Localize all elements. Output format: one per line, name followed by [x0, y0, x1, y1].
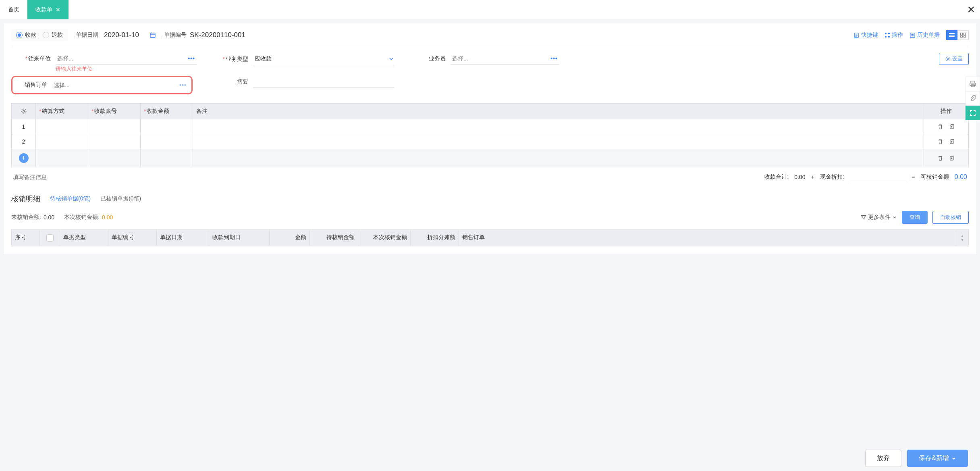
chevron-down-icon: [892, 215, 897, 220]
svg-rect-9: [888, 33, 890, 34]
svg-point-22: [947, 58, 949, 60]
view-toggle: [946, 30, 969, 40]
rail-print-button[interactable]: [965, 77, 980, 91]
total-value: 0.00: [794, 174, 805, 180]
doc-no-label: 单据编号: [164, 31, 187, 39]
clipboard-icon: [853, 32, 860, 38]
unwriteoff-amount: 0.00: [44, 214, 54, 221]
biztype-value[interactable]: 应收款: [253, 53, 388, 65]
summary-input[interactable]: [253, 76, 394, 88]
svg-rect-0: [150, 33, 155, 38]
detail-section-title: 核销明细 待核销单据(0笔) 已核销单据(0笔): [11, 187, 969, 208]
svg-rect-20: [961, 36, 963, 38]
trash-icon[interactable]: [937, 124, 943, 130]
svg-rect-21: [964, 36, 966, 38]
amount-cell[interactable]: [141, 119, 193, 134]
gear-icon: [945, 56, 951, 62]
tab-receipt[interactable]: 收款单 ✕: [27, 0, 69, 19]
trash-icon[interactable]: [937, 155, 943, 161]
tabs-bar: 首页 收款单 ✕ ✕: [0, 0, 980, 19]
summary-label: 摘要: [209, 78, 253, 85]
account-cell[interactable]: [88, 119, 141, 134]
chevron-down-icon[interactable]: [388, 56, 394, 62]
operate-link[interactable]: 操作: [884, 31, 903, 39]
remark-input[interactable]: [13, 174, 134, 180]
salesorder-input[interactable]: [52, 79, 178, 91]
auto-writeoff-button[interactable]: 自动核销: [932, 211, 969, 224]
doc-no-value: SK-20200110-001: [190, 31, 245, 39]
sort-toggle[interactable]: ▲▼: [956, 230, 968, 246]
rail-attach-button[interactable]: [965, 91, 980, 106]
close-icon[interactable]: ✕: [56, 6, 60, 13]
calendar-icon[interactable]: [149, 32, 156, 38]
rail-expand-button[interactable]: [965, 106, 980, 120]
receipt-type-radio: 收款 退款: [11, 29, 68, 41]
tab-home[interactable]: 首页: [0, 0, 27, 19]
svg-rect-34: [970, 83, 976, 85]
history-link[interactable]: 历史单据: [909, 31, 940, 39]
salesorder-label: 销售订单: [16, 81, 52, 89]
shortcut-link[interactable]: 快捷键: [853, 31, 878, 39]
grid-icon: [884, 32, 890, 38]
svg-rect-15: [949, 33, 955, 34]
amount-cell[interactable]: [141, 134, 193, 149]
biztype-label: 业务类型: [226, 56, 248, 62]
settle-cell[interactable]: [36, 134, 88, 149]
svg-rect-12: [910, 33, 915, 37]
remark-cell[interactable]: [193, 119, 924, 134]
salesman-label: 业务员: [406, 55, 451, 63]
svg-rect-8: [885, 33, 887, 34]
svg-rect-10: [885, 36, 887, 38]
detail-grid: 序号 单据类型 单据编号 单据日期 收款到期日 金额 待核销金额 本次核销金额 …: [11, 229, 969, 246]
document-header: 收款 退款 单据日期 2020-01-10 单据编号 SK-20200110-0…: [11, 23, 969, 47]
date-value[interactable]: 2020-01-10: [102, 30, 141, 40]
table-footer-row: +: [12, 149, 968, 167]
remark-cell[interactable]: [193, 134, 924, 149]
account-cell[interactable]: [88, 134, 141, 149]
writeoff-value: 0.00: [955, 173, 967, 181]
query-button[interactable]: 查询: [902, 211, 928, 224]
payment-grid: *结算方式 *收款账号 *收款金额 备注 操作 1 2: [11, 103, 969, 167]
subtab-pending[interactable]: 待核销单据(0笔): [50, 195, 91, 202]
subtab-done[interactable]: 已核销单据(0笔): [100, 195, 141, 202]
date-label: 单据日期: [76, 31, 98, 39]
salesman-input[interactable]: [451, 53, 549, 64]
svg-rect-19: [964, 33, 966, 35]
list-icon: [909, 32, 916, 38]
svg-rect-17: [949, 36, 955, 37]
select-all-checkbox[interactable]: [46, 234, 54, 242]
radio-checked-icon: [16, 32, 23, 38]
party-label: 往来单位: [28, 55, 51, 62]
current-writeoff-amount: 0.00: [102, 214, 113, 221]
ellipsis-icon[interactable]: •••: [178, 82, 188, 88]
summary-bar: 收款合计: 0.00 + 现金折扣: = 可核销金额 0.00: [11, 167, 969, 187]
equals-icon: =: [912, 174, 915, 180]
view-detail-button[interactable]: [957, 30, 969, 40]
more-conditions-link[interactable]: 更多条件: [861, 214, 897, 221]
radio-receive[interactable]: 收款: [16, 31, 36, 39]
trash-icon[interactable]: [937, 139, 943, 145]
copy-icon[interactable]: [949, 124, 955, 130]
radio-unchecked-icon: [43, 32, 49, 38]
svg-rect-16: [949, 35, 955, 35]
svg-point-23: [23, 110, 24, 112]
svg-rect-18: [961, 33, 963, 35]
party-input[interactable]: [56, 53, 186, 64]
discount-input[interactable]: [850, 173, 906, 181]
gear-icon[interactable]: [21, 108, 27, 115]
plus-icon: +: [811, 174, 814, 180]
settle-cell[interactable]: [36, 119, 88, 134]
tab-receipt-label: 收款单: [35, 6, 52, 13]
ellipsis-icon[interactable]: •••: [186, 55, 197, 62]
copy-icon[interactable]: [949, 139, 955, 145]
table-row: 1: [12, 119, 968, 134]
add-row-button[interactable]: +: [19, 153, 29, 163]
copy-icon[interactable]: [949, 155, 955, 161]
view-list-button[interactable]: [946, 30, 957, 40]
app-close-icon[interactable]: ✕: [967, 4, 975, 15]
radio-refund[interactable]: 退款: [43, 31, 63, 39]
settings-button[interactable]: 设置: [939, 53, 969, 65]
ellipsis-icon[interactable]: •••: [549, 55, 559, 62]
svg-rect-11: [888, 36, 890, 38]
filter-icon: [861, 215, 866, 220]
